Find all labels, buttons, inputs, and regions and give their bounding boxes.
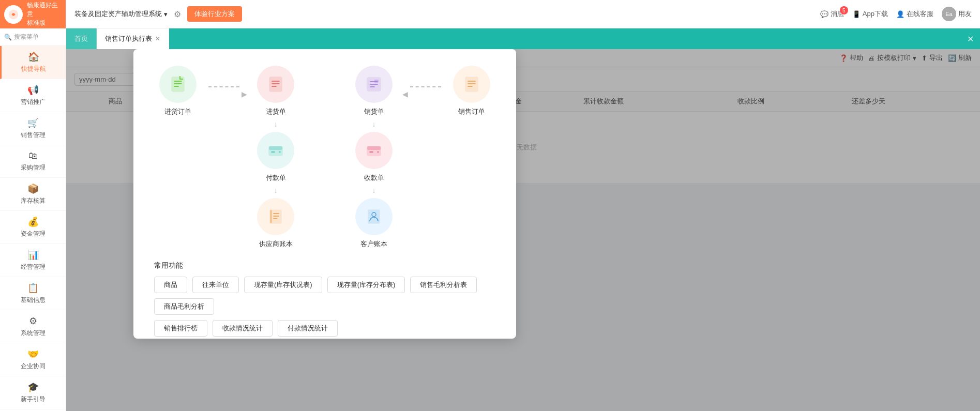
arrow-sb-down: ↓ (372, 120, 376, 128)
svg-rect-11 (270, 210, 272, 223)
sidebar-item-purchase[interactable]: 🛍 采购管理 (0, 145, 66, 178)
logo-text: 畅康通好生意 标准版 (27, 1, 62, 27)
customer-ledger-node[interactable]: 客户账本 (345, 198, 402, 249)
home-tab-label: 首页 (74, 34, 88, 43)
common-functions-title: 常用功能 (154, 261, 495, 270)
sales-order-icon[interactable] (453, 66, 490, 103)
sidebar-item-inventory[interactable]: 📦 库存核算 (0, 178, 66, 211)
logo-icon (4, 5, 23, 24)
common-btn-receipt-stat[interactable]: 收款情况统计 (213, 320, 273, 337)
marketing-icon: 📢 (27, 84, 39, 96)
common-btn-product[interactable]: 商品 (154, 277, 187, 293)
sidebar-item-marketing[interactable]: 📢 营销推广 (0, 79, 66, 112)
svg-rect-7 (269, 146, 282, 150)
content-area: ❓ 帮助 🖨 按模板打印 ▾ ⬆ 导出 🔄 刷新 (66, 49, 980, 411)
trial-btn[interactable]: 体验行业方案 (187, 6, 242, 22)
system-title-dropdown[interactable]: 装备及固定资产辅助管理系统 ▾ (74, 9, 168, 19)
main-area: 装备及固定资产辅助管理系统 ▾ ⚙ 体验行业方案 💬 消息 5 📱 App下载 … (66, 0, 980, 411)
home-icon: 🏠 (28, 51, 39, 63)
message-item[interactable]: 💬 消息 5 (820, 9, 844, 19)
supplier-ledger-icon[interactable] (257, 198, 294, 235)
basicinfo-icon: 📋 (27, 282, 39, 294)
sales-bill-icon[interactable] (355, 66, 393, 103)
purchase-bill-icon[interactable] (257, 66, 294, 103)
purchase-bill-node[interactable]: 进货单 (247, 66, 304, 116)
sales-bill-node[interactable]: 销货单 (345, 66, 402, 116)
message-badge: 5 (840, 6, 848, 14)
modal-content: 进货订单 ▶ (133, 49, 516, 339)
operations-icon: 📊 (27, 249, 39, 261)
search-icon: 🔍 (4, 34, 12, 41)
purchase-bill-label: 进货单 (266, 107, 286, 116)
receipt-bill-label: 收款单 (364, 173, 384, 182)
common-btn-product-gross[interactable]: 商品毛利分析 (154, 298, 214, 315)
online-service-item[interactable]: 👤 在线客服 (896, 9, 933, 19)
enterprise-icon: 🤝 (27, 348, 39, 360)
sidebar-logo: 畅康通好生意 标准版 (0, 0, 66, 28)
arrow-rec-down: ↓ (372, 187, 376, 194)
arrow-sb-so: ◀ (402, 86, 443, 116)
common-btn-payment-stat[interactable]: 付款情况统计 (278, 320, 338, 337)
settings-gear-icon[interactable]: ⚙ (174, 9, 181, 19)
receipt-bill-node[interactable]: 收款单 (345, 132, 402, 182)
sidebar-item-finance[interactable]: 💰 资金管理 (0, 211, 66, 244)
sidebar-item-operations[interactable]: 📊 经营管理 (0, 244, 66, 277)
service-icon: 👤 (896, 10, 904, 18)
purchase-order-icon[interactable] (159, 66, 197, 103)
payment-bill-node[interactable]: 付款单 (247, 132, 304, 182)
common-btn-stock-dist[interactable]: 现存量(库存分布表) (327, 277, 405, 293)
payment-bill-label: 付款单 (266, 173, 286, 182)
dropdown-arrow-icon: ▾ (164, 10, 168, 18)
message-icon: 💬 (820, 10, 828, 18)
overlay[interactable]: 进货订单 ▶ (66, 49, 980, 411)
tab-sales-execution[interactable]: 销售订单执行表 ✕ (97, 28, 169, 49)
sidebar-search[interactable]: 🔍 搜索菜单 (0, 28, 66, 46)
sidebar: 畅康通好生意 标准版 🔍 搜索菜单 🏠 快捷导航 📢 营销推广 🛒 销售管理 🛍… (0, 0, 66, 411)
common-btn-stock-status[interactable]: 现存量(库存状况表) (244, 277, 322, 293)
svg-rect-5 (465, 77, 478, 92)
sidebar-item-enterprise[interactable]: 🤝 企业协同 (0, 343, 66, 376)
supplier-ledger-label: 供应商账本 (259, 239, 293, 249)
arrow-po-pb: ▶ (206, 86, 247, 116)
app-download-item[interactable]: 📱 App下载 (852, 9, 888, 19)
finance-icon: 💰 (27, 216, 39, 227)
svg-rect-4 (374, 80, 379, 83)
close-all-btn[interactable]: ✕ (961, 28, 980, 49)
tabbar: 首页 销售订单执行表 ✕ ✕ (66, 28, 980, 49)
payment-bill-icon[interactable] (257, 132, 294, 169)
common-btn-sales-gross[interactable]: 销售毛利分析表 (410, 277, 477, 293)
sidebar-item-system[interactable]: ⚙ 系统管理 (0, 310, 66, 343)
user-item[interactable]: Ea 用友 (942, 7, 972, 21)
receipt-bill-icon[interactable] (355, 132, 393, 169)
tab-home[interactable]: 首页 (66, 28, 97, 49)
tab-sales-execution-label: 销售订单执行表 (105, 34, 152, 43)
sidebar-item-newbie[interactable]: 🎓 新手引导 (0, 376, 66, 409)
svg-rect-2 (269, 77, 282, 92)
sales-order-label: 销售订单 (458, 107, 485, 116)
customer-ledger-icon[interactable] (355, 198, 393, 235)
common-btns-row1: 商品 往来单位 现存量(库存状况表) 现存量(库存分布表) 销售毛利分析表 商品… (154, 277, 495, 315)
newbie-icon: 🎓 (27, 382, 39, 393)
sales-order-node[interactable]: 销售订单 (443, 66, 500, 116)
tabbar-spacer (169, 28, 961, 49)
sidebar-item-sales[interactable]: 🛒 销售管理 (0, 112, 66, 145)
purchase-icon: 🛍 (28, 150, 38, 161)
inventory-icon: 📦 (27, 183, 39, 194)
arrow-pay-down: ↓ (274, 187, 278, 194)
phone-icon: 📱 (852, 10, 861, 18)
common-btn-sales-rank[interactable]: 销售排行榜 (154, 320, 207, 337)
system-icon: ⚙ (29, 315, 37, 327)
sidebar-item-basicinfo[interactable]: 📋 基础信息 (0, 277, 66, 310)
purchase-order-node[interactable]: 进货订单 (149, 66, 206, 116)
system-title-text: 装备及固定资产辅助管理系统 (74, 9, 162, 19)
common-btns-row2: 销售排行榜 收款情况统计 付款情况统计 (154, 320, 495, 337)
quick-nav-modal: 进货订单 ▶ (133, 49, 516, 339)
tab-close-icon[interactable]: ✕ (155, 35, 160, 42)
customer-ledger-label: 客户账本 (360, 239, 387, 249)
close-all-icon: ✕ (967, 34, 974, 44)
common-btn-contacts[interactable]: 往来单位 (192, 277, 239, 293)
supplier-ledger-node[interactable]: 供应商账本 (247, 198, 304, 249)
sidebar-item-quick-nav[interactable]: 🏠 快捷导航 (0, 46, 66, 79)
arrow-pb-down: ↓ (274, 120, 278, 128)
sales-bill-label: 销货单 (364, 107, 384, 116)
